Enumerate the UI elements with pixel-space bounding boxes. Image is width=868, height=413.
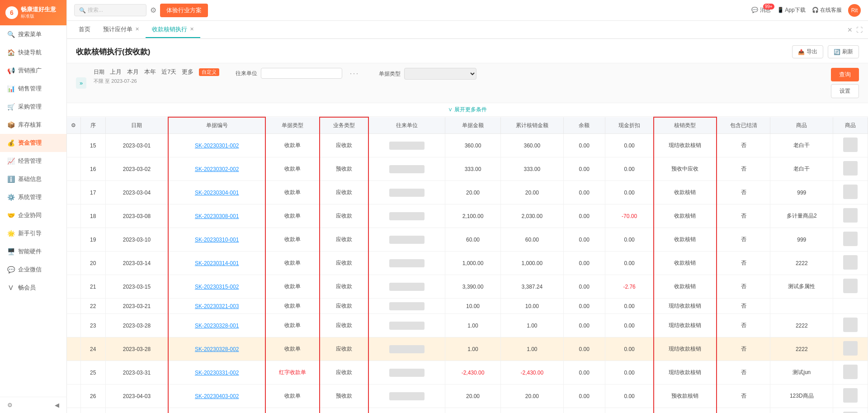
- sidebar-item-quick[interactable]: 🏠快捷导航: [0, 43, 66, 62]
- table-cell: 0.00: [563, 275, 605, 299]
- online-service-button[interactable]: 🎧 在线客服: [812, 6, 842, 14]
- messages-button[interactable]: 💬 消息 99+: [751, 6, 770, 14]
- doc-link[interactable]: SK-20230302-002: [195, 166, 239, 172]
- row-settings[interactable]: [67, 204, 80, 228]
- messages-badge: 99+: [763, 4, 774, 9]
- filter-last-month[interactable]: 上月: [110, 68, 122, 76]
- table-cell[interactable]: SK-20230301-002: [168, 134, 265, 157]
- doc-link[interactable]: SK-20230304-001: [195, 190, 239, 196]
- table-cell: 60.00: [445, 228, 500, 252]
- row-settings[interactable]: [67, 275, 80, 299]
- sidebar-item-hardware[interactable]: 🖥️智能硬件: [0, 242, 66, 261]
- topbar-gear-icon[interactable]: ⚙: [150, 6, 156, 14]
- doc-link[interactable]: SK-20230301-002: [195, 142, 239, 149]
- doc-link[interactable]: SK-20230328-001: [195, 323, 239, 329]
- row-settings[interactable]: [67, 361, 80, 385]
- doc-link[interactable]: SK-20230315-002: [195, 284, 239, 290]
- col-settings[interactable]: ⚙: [67, 117, 80, 134]
- maximize-icon[interactable]: ⛶: [856, 26, 863, 33]
- row-settings[interactable]: [67, 408, 80, 413]
- table-row: 242023-03-28SK-20230328-002收款单应收款blurred…: [67, 337, 868, 361]
- filter-more[interactable]: 更多: [182, 68, 193, 76]
- table-cell: 21: [80, 275, 105, 299]
- filter-last7days[interactable]: 近7天: [161, 68, 176, 76]
- doc-link[interactable]: SK-20230310-001: [195, 237, 239, 243]
- filter-partner-input[interactable]: [261, 68, 342, 79]
- table-cell: 应收款: [320, 228, 368, 252]
- sidebar-item-guide[interactable]: 🌟新手引导: [0, 224, 66, 242]
- tab-home[interactable]: 首页: [72, 22, 97, 38]
- doc-link[interactable]: SK-20230308-001: [195, 213, 239, 219]
- sidebar-item-search[interactable]: 🔍搜索菜单: [0, 25, 66, 43]
- sidebar-item-system[interactable]: ⚙️系统管理: [0, 188, 66, 206]
- table-cell: 22: [80, 299, 105, 314]
- query-button[interactable]: 查询: [831, 68, 859, 81]
- doc-link[interactable]: SK-20230321-003: [195, 303, 239, 309]
- filter-custom-button[interactable]: 自定义: [199, 68, 219, 76]
- purchase-icon: 🛒: [7, 103, 14, 110]
- sidebar-item-corp[interactable]: 🤝企业协同: [0, 206, 66, 224]
- tab-writeoff-close-icon[interactable]: ✕: [190, 26, 194, 32]
- filter-expand-button[interactable]: »: [76, 77, 86, 89]
- table-cell[interactable]: SK-20230328-002: [168, 337, 265, 361]
- page-container: 收款核销执行(按收款) 📤 导出 🔄 刷新 » 日期: [67, 39, 868, 413]
- tab-writeoff[interactable]: 收款核销执行 ✕: [146, 22, 200, 38]
- sidebar-item-finance[interactable]: 💰资金管理: [0, 134, 66, 152]
- collapse-icon[interactable]: ◀: [55, 402, 59, 408]
- filter-doctype-select[interactable]: [404, 68, 476, 80]
- table-cell[interactable]: SK-20230304-001: [168, 181, 265, 204]
- close-all-tabs-icon[interactable]: ✕: [847, 26, 853, 33]
- sidebar-item-marketing[interactable]: 📢营销推广: [0, 62, 66, 80]
- row-settings[interactable]: [67, 181, 80, 204]
- user-avatar[interactable]: Rit: [848, 4, 861, 17]
- table-cell[interactable]: SK-20230302-002: [168, 157, 265, 181]
- table-cell[interactable]: SK-20230314-001: [168, 252, 265, 275]
- expand-more-bar[interactable]: ∨ 展开更多条件: [67, 103, 868, 117]
- filter-this-month[interactable]: 本月: [127, 68, 139, 76]
- doc-link[interactable]: SK-20230328-002: [195, 346, 239, 352]
- sidebar-item-purchase[interactable]: 🛒采购管理: [0, 98, 66, 116]
- row-settings[interactable]: [67, 157, 80, 181]
- table-cell[interactable]: SK-20230321-003: [168, 299, 265, 314]
- table-cell[interactable]: SK-20230315-002: [168, 275, 265, 299]
- row-settings[interactable]: [67, 314, 80, 337]
- logo-icon: 6: [5, 6, 18, 19]
- row-settings[interactable]: [67, 337, 80, 361]
- sidebar-item-sales[interactable]: 📊销售管理: [0, 80, 66, 98]
- row-settings[interactable]: [67, 299, 80, 314]
- tab-pending-close-icon[interactable]: ✕: [135, 26, 139, 32]
- table-cell[interactable]: SK-20230310-001: [168, 228, 265, 252]
- topbar-search-box: 🔍 搜索...: [74, 4, 146, 16]
- table-cell: 否: [717, 228, 770, 252]
- refresh-button[interactable]: 🔄 刷新: [828, 45, 859, 58]
- table-cell: [833, 275, 868, 299]
- sidebar-item-member[interactable]: V畅会员: [0, 279, 66, 297]
- sidebar-item-wechat[interactable]: 💬企业微信: [0, 261, 66, 279]
- table-cell[interactable]: SK-20230328-001: [168, 314, 265, 337]
- settings-icon[interactable]: ⚙: [7, 402, 13, 408]
- doc-link[interactable]: SK-20230403-002: [195, 393, 239, 399]
- table-cell[interactable]: SK-20230408-001: [168, 408, 265, 413]
- table-cell[interactable]: SK-20230308-001: [168, 204, 265, 228]
- row-settings[interactable]: [67, 228, 80, 252]
- doc-link[interactable]: SK-20230331-002: [195, 370, 239, 376]
- table-cell[interactable]: SK-20230403-002: [168, 385, 265, 408]
- row-settings[interactable]: [67, 134, 80, 157]
- industry-solution-button[interactable]: 体验行业方案: [160, 4, 208, 17]
- doc-link[interactable]: SK-20230314-001: [195, 260, 239, 266]
- sidebar-item-basic[interactable]: ℹ️基础信息: [0, 170, 66, 188]
- tab-pending[interactable]: 预计应付单 ✕: [97, 22, 146, 38]
- table-cell: 20.00: [445, 385, 500, 408]
- export-button[interactable]: 📤 导出: [792, 45, 823, 58]
- sidebar-item-inventory[interactable]: 📦库存核算: [0, 116, 66, 134]
- table-cell: 现结收款核销: [654, 408, 717, 413]
- filter-dots[interactable]: ···: [349, 69, 359, 78]
- setting-button[interactable]: 设置: [831, 84, 859, 98]
- table-cell[interactable]: SK-20230331-002: [168, 361, 265, 385]
- table-cell: 0.00: [563, 299, 605, 314]
- app-download-button[interactable]: 📱 App下载: [777, 6, 806, 14]
- sidebar-item-operation[interactable]: 📈经营管理: [0, 152, 66, 170]
- row-settings[interactable]: [67, 385, 80, 408]
- filter-this-year[interactable]: 本年: [144, 68, 156, 76]
- row-settings[interactable]: [67, 252, 80, 275]
